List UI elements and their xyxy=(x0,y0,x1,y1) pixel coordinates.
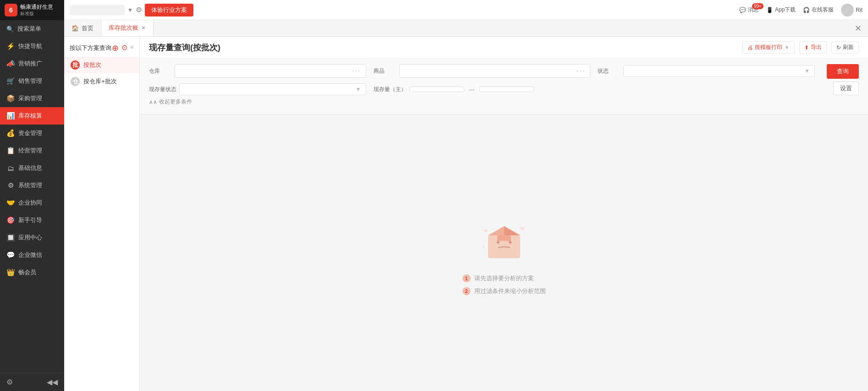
add-plan-icon[interactable]: ⊕ xyxy=(112,43,119,53)
plan-label-batch: 按批次 xyxy=(83,61,101,69)
sidebar: 6 畅康通好生意 标准版 🔍 搜索菜单 ⚡ 快捷导航 📣 营销推广 🛒 销售管理… xyxy=(0,0,64,391)
sidebar-item-basics[interactable]: 🗂 基础信息 xyxy=(0,159,64,177)
user-avatar xyxy=(841,4,854,16)
product-input[interactable]: ··· xyxy=(399,64,591,78)
left-panel-header: 按以下方案查询 ⊕ ⊙ « xyxy=(64,41,139,57)
print-chevron-icon[interactable]: ▼ xyxy=(784,44,790,51)
collapse-panel-icon[interactable]: « xyxy=(130,43,134,53)
product-label: 商品 xyxy=(374,67,396,75)
empty-state-icon xyxy=(477,210,532,265)
nav-icon-sales: 🛒 xyxy=(6,77,15,85)
print-template-button[interactable]: 🖨 按模板打印 ▼ xyxy=(742,41,795,54)
nav-label: 库存核算 xyxy=(18,112,42,120)
sidebar-settings-icon[interactable]: ⚙ xyxy=(6,378,13,386)
topbar-chevron-icon[interactable]: ▼ xyxy=(127,7,133,13)
sidebar-footer: ⚙ ◀◀ xyxy=(0,373,64,391)
query-button[interactable]: 查询 xyxy=(827,64,859,79)
filter-product-field: 商品 ··· xyxy=(374,64,591,78)
nav-label: 畅会员 xyxy=(18,268,36,277)
nav-icon-newbie: 🎯 xyxy=(6,216,15,224)
tab-inventory-batch[interactable]: 库存批次账 ✕ xyxy=(101,20,154,36)
nav-icon-purchase: 📦 xyxy=(6,94,15,103)
inventory-amount-from[interactable] xyxy=(409,87,464,92)
status-select[interactable]: ▼ xyxy=(623,65,815,77)
phone-icon: 📱 xyxy=(766,7,773,13)
empty-tips: 1 请先选择要分析的方案 2 用过滤条件来缩小分析范围 xyxy=(462,274,546,295)
amount-dash: — xyxy=(467,86,477,93)
filter-row-1: 仓库 ··· 商品 ··· xyxy=(149,64,815,78)
svg-marker-2 xyxy=(504,226,520,235)
warehouse-dots[interactable]: ··· xyxy=(352,67,361,75)
collapse-filter-button[interactable]: ∧∧ 收起更多条件 xyxy=(149,95,859,109)
product-dots[interactable]: ··· xyxy=(577,67,585,75)
close-all-tabs-button[interactable]: ✕ xyxy=(848,23,868,33)
nav-label: 资金管理 xyxy=(18,129,42,137)
nav-icon-app-center: 🔲 xyxy=(6,234,15,242)
sidebar-item-members[interactable]: 👑 畅会员 xyxy=(0,264,64,281)
tab-close-icon[interactable]: ✕ xyxy=(141,25,146,31)
topbar-gear-icon[interactable]: ⚙ xyxy=(136,5,142,14)
app-download-action[interactable]: 📱 App下载 xyxy=(766,6,796,14)
sidebar-item-inventory[interactable]: 📊 库存核算 xyxy=(0,107,64,125)
nav-icon-enterprise: 🤝 xyxy=(6,199,15,207)
nav-icon-quick: ⚡ xyxy=(6,42,15,50)
online-service-label: 在线客服 xyxy=(812,6,834,14)
inventory-status-select[interactable]: ▼ xyxy=(179,83,366,95)
sidebar-item-marketing[interactable]: 📣 营销推广 xyxy=(0,55,64,72)
collapse-chevron-icon: ∧∧ xyxy=(149,99,157,105)
nav-label: 系统管理 xyxy=(18,181,42,190)
left-panel: 按以下方案查询 ⊕ ⊙ « 批 按批次 仓 按仓库+批次 xyxy=(64,37,140,391)
user-profile[interactable]: Rit xyxy=(841,4,863,16)
sidebar-collapse-icon[interactable]: ◀◀ xyxy=(47,378,58,386)
sidebar-item-purchase[interactable]: 📦 采购管理 xyxy=(0,90,64,107)
sidebar-item-operations[interactable]: 📋 经营管理 xyxy=(0,142,64,159)
sidebar-item-newbie[interactable]: 🎯 新手引导 xyxy=(0,212,64,229)
inventory-status-label: 现存量状态 xyxy=(149,86,176,93)
sidebar-item-system[interactable]: ⚙ 系统管理 xyxy=(0,177,64,194)
nav-label: 应用中心 xyxy=(18,234,42,242)
empty-state: 1 请先选择要分析的方案 2 用过滤条件来缩小分析范围 xyxy=(140,114,868,391)
left-panel-icons: ⊕ ⊙ « xyxy=(112,43,134,53)
tabs-bar: 🏠 首页 库存批次账 ✕ ✕ xyxy=(64,20,868,37)
nav-label: 营销推广 xyxy=(18,60,42,68)
plan-icon-batch: 批 xyxy=(71,60,80,70)
tab-home[interactable]: 🏠 首页 xyxy=(64,20,101,36)
sidebar-item-quick-nav[interactable]: ⚡ 快捷导航 xyxy=(0,38,64,55)
sidebar-item-finance[interactable]: 💰 资金管理 xyxy=(0,125,64,142)
svg-rect-3 xyxy=(497,235,511,241)
plan-item-by-warehouse-batch[interactable]: 仓 按仓库+批次 xyxy=(64,73,139,90)
page-header-actions: 🖨 按模板打印 ▼ ⬆ 导出 ↻ 刷新 xyxy=(742,41,859,54)
topbar-search-input[interactable] xyxy=(70,5,125,15)
left-panel-title: 按以下方案查询 xyxy=(70,44,111,52)
tab-home-label: 首页 xyxy=(82,24,93,33)
sidebar-item-enterprise[interactable]: 🤝 企业协同 xyxy=(0,194,64,212)
sidebar-item-wechat[interactable]: 💬 企业微信 xyxy=(0,246,64,264)
plan-item-by-batch[interactable]: 批 按批次 xyxy=(64,57,139,73)
inventory-amount-to[interactable] xyxy=(479,87,534,92)
sidebar-item-sales[interactable]: 🛒 销售管理 xyxy=(0,72,64,90)
refresh-icon: ↻ xyxy=(836,44,841,51)
main-area: ▼ ⚙ 体验行业方案 💬 消息 99+ 📱 App下载 🎧 在线客服 Rit xyxy=(64,0,868,391)
refresh-button[interactable]: ↻ 刷新 xyxy=(831,41,859,54)
messages-action[interactable]: 💬 消息 99+ xyxy=(739,6,759,14)
print-icon: 🖨 xyxy=(747,44,753,51)
export-button[interactable]: ⬆ 导出 xyxy=(799,41,827,54)
online-service-action[interactable]: 🎧 在线客服 xyxy=(803,6,834,14)
sidebar-search[interactable]: 🔍 搜索菜单 xyxy=(0,20,64,38)
status-label: 状态 xyxy=(598,67,621,75)
empty-tip-2: 2 用过滤条件来缩小分析范围 xyxy=(462,287,546,295)
user-name: Rit xyxy=(856,7,863,13)
sidebar-item-app-center[interactable]: 🔲 应用中心 xyxy=(0,229,64,246)
tip-text-1: 请先选择要分析的方案 xyxy=(474,274,534,282)
filter-status-field: 状态 ▼ xyxy=(598,65,815,77)
nav-icon-system: ⚙ xyxy=(6,181,15,190)
settings-plan-icon[interactable]: ⊙ xyxy=(121,43,127,53)
inventory-status-chevron-icon: ▼ xyxy=(356,86,361,92)
status-chevron-icon: ▼ xyxy=(804,68,810,74)
svg-point-6 xyxy=(484,229,487,232)
nav-label: 经营管理 xyxy=(18,147,42,155)
warehouse-input[interactable]: ··· xyxy=(175,64,366,78)
experience-button[interactable]: 体验行业方案 xyxy=(145,4,193,16)
filter-settings-button[interactable]: 设置 xyxy=(833,81,859,95)
search-icon: 🔍 xyxy=(6,26,14,33)
